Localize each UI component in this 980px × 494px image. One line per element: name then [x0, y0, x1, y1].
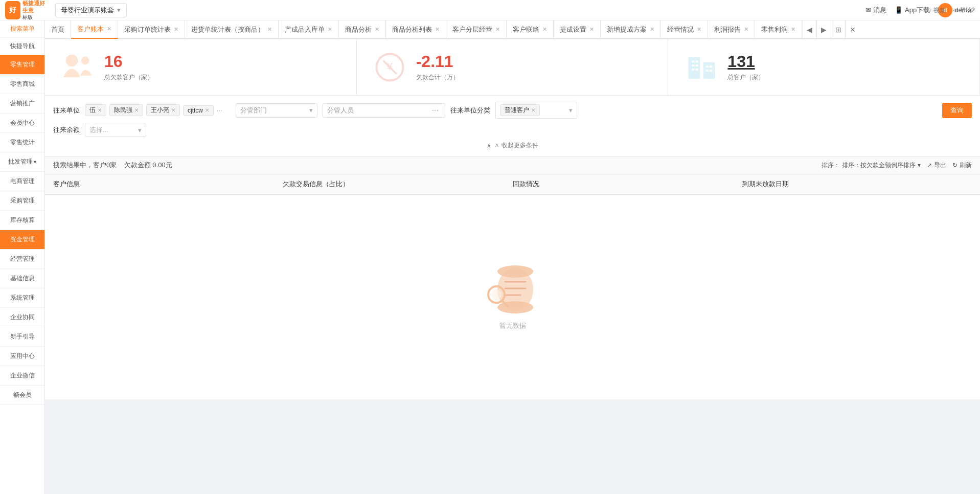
person-select[interactable]: 分管人员 ···	[323, 103, 445, 118]
dept-select[interactable]: 分管部门 ▾	[236, 103, 317, 118]
app-download-btn[interactable]: 📱 App下载	[895, 6, 930, 15]
tag-close-wu[interactable]: ✕	[98, 107, 102, 113]
tab-close-product-analysis-list[interactable]: ✕	[435, 26, 440, 33]
tab-commission-settings[interactable]: 提成设置 ✕	[554, 20, 601, 39]
quick-nav[interactable]: 快捷导航	[0, 38, 44, 55]
sidebar-item-retail-mgmt[interactable]: 零售管理	[0, 55, 44, 75]
sidebar-item-retail-mall[interactable]: 零售商城	[0, 75, 44, 94]
tab-profit-report[interactable]: 利润报告 ✕	[708, 20, 755, 39]
tab-customer-segment[interactable]: 客户分层经营 ✕	[446, 20, 507, 39]
tab-retail-profit[interactable]: 零售利润 ✕	[755, 20, 802, 39]
account-selector[interactable]: 母婴行业演示账套 ▾	[55, 3, 127, 17]
tab-product-inbound[interactable]: 产成品入库单 ✕	[279, 20, 339, 39]
sidebar-item-marketing[interactable]: 营销推广	[0, 94, 44, 114]
tab-business-overview[interactable]: 经营情况 ✕	[661, 20, 708, 39]
tab-close-product-inbound[interactable]: ✕	[328, 26, 332, 33]
sidebar-item-ecommerce[interactable]: 电商管理	[0, 172, 44, 191]
category-select[interactable]: 普通客户 ✕ ▾	[495, 102, 577, 119]
category-arrow: ▾	[569, 106, 573, 114]
svg-rect-14	[710, 65, 712, 68]
sidebar-item-basic-info[interactable]: 基础信息	[0, 269, 44, 288]
tab-close-inbound-stats[interactable]: ✕	[267, 26, 272, 33]
tab-close-purchase-stats[interactable]: ✕	[174, 26, 178, 33]
tab-close-retail-profit[interactable]: ✕	[791, 26, 795, 33]
sidebar-item-operation[interactable]: 经营管理	[0, 250, 44, 269]
debt-icon: ¥	[372, 49, 408, 85]
sidebar: 搜索菜单 快捷导航 零售管理 零售商城 营销推广 会员中心 零售统计 批发管理▾…	[0, 20, 45, 494]
collapse-btn[interactable]: ∧ ∧ 收起更多条件	[487, 141, 538, 150]
top-bar: 好 畅捷通好生意 标版 母婴行业演示账套 ▾ ✉ 消息 📱 App下载 d de…	[0, 0, 980, 20]
stat-card-customers: 16 总欠款客户（家）	[45, 39, 357, 95]
sidebar-item-system[interactable]: 系统管理	[0, 288, 44, 308]
tab-close-all-btn[interactable]: ✕	[845, 20, 859, 39]
tab-inbound-stats[interactable]: 进货单统计表（按商品） ✕	[185, 20, 279, 39]
sidebar-item-member-center[interactable]: 会员中心	[0, 114, 44, 133]
tab-close-customer-segment[interactable]: ✕	[495, 26, 500, 33]
tab-purchase-stats[interactable]: 采购订单统计表 ✕	[118, 20, 185, 39]
tab-customer-ledger[interactable]: 客户账本 ✕	[71, 20, 118, 39]
sidebar-item-wechat[interactable]: 企业微信	[0, 366, 44, 386]
customers-icon	[60, 49, 96, 85]
total-customers-info: 131 总客户（家）	[727, 52, 764, 82]
logo-text: 畅捷通好生意 标版	[22, 0, 50, 20]
balance-select[interactable]: 选择... ▾	[85, 123, 146, 137]
search-menu[interactable]: 搜索菜单	[0, 20, 44, 38]
svg-rect-5	[688, 57, 700, 79]
data-table: 客户信息 欠款交易信息（占比） 回款情况 到期未放款日期	[45, 174, 980, 399]
tab-close-profit-report[interactable]: ✕	[744, 26, 748, 33]
table-header: 客户信息 欠款交易信息（占比） 回款情况 到期未放款日期	[45, 174, 980, 195]
sidebar-item-finance[interactable]: 资金管理	[0, 230, 44, 250]
tab-customer-contact[interactable]: 客户联络 ✕	[507, 20, 554, 39]
tab-close-commission-settings[interactable]: ✕	[589, 26, 594, 33]
dept-arrow: ▾	[309, 106, 313, 114]
person-dots[interactable]: ···	[430, 106, 441, 115]
export-btn[interactable]: ↗ 导出	[927, 161, 946, 170]
logo-icon: 好	[5, 1, 20, 19]
tab-bar: 首页 客户账本 ✕ 采购订单统计表 ✕ 进货单统计表（按商品） ✕ 产成品入库单…	[45, 20, 980, 39]
tag-close-cjttcw[interactable]: ✕	[205, 107, 209, 113]
filter-row-1: 往来单位 伍 ✕ 陈民强 ✕ 王小亮	[53, 102, 972, 119]
tab-next-btn[interactable]: ▶	[816, 20, 831, 39]
tab-home[interactable]: 首页	[45, 20, 71, 39]
tab-expand-btn[interactable]: ⊞	[831, 20, 845, 39]
sidebar-item-member[interactable]: 畅会员	[0, 386, 44, 405]
refresh-icon: ↻	[952, 162, 958, 169]
filter-tag-wu: 伍 ✕	[85, 104, 106, 116]
query-button[interactable]: 查询	[942, 103, 972, 118]
sort-arrow: ▾	[918, 162, 921, 169]
debt-info: -2.11 欠款合计（万）	[416, 52, 459, 82]
customers-info: 16 总欠款客户（家）	[104, 52, 153, 82]
total-customers-value[interactable]: 131	[727, 52, 764, 71]
sidebar-item-app-center[interactable]: 应用中心	[0, 347, 44, 366]
tab-prev-btn[interactable]: ◀	[802, 20, 816, 39]
sidebar-item-wholesale[interactable]: 批发管理▾	[0, 152, 44, 172]
tab-close-customer-contact[interactable]: ✕	[542, 26, 547, 33]
total-customers-label: 总客户（家）	[727, 73, 764, 82]
result-text: 搜索结果中，客户0家 欠款金额 0.00元	[53, 161, 172, 170]
sidebar-item-retail-stats[interactable]: 零售统计	[0, 133, 44, 152]
svg-rect-16	[710, 70, 712, 72]
category-tag-normal: 普通客户 ✕	[500, 104, 540, 116]
tab-close-customer-ledger[interactable]: ✕	[107, 26, 111, 32]
tab-product-analysis-list[interactable]: 商品分析列表 ✕	[386, 20, 446, 39]
tab-close-business-overview[interactable]: ✕	[697, 26, 701, 33]
more-tags[interactable]: ···	[217, 106, 222, 114]
filter-label-balance: 往来余额	[53, 125, 80, 134]
sort-select[interactable]: 排序： 排序：按欠款金额倒序排序 ▾	[822, 161, 921, 170]
filter-label-unit: 往来单位	[53, 106, 80, 115]
sidebar-item-guide[interactable]: 新手引导	[0, 327, 44, 347]
message-btn[interactable]: ✉ 消息	[865, 6, 886, 15]
filter-area: 往来单位 伍 ✕ 陈民强 ✕ 王小亮	[45, 96, 980, 156]
sidebar-item-enterprise[interactable]: 企业协同	[0, 308, 44, 327]
sidebar-item-purchase[interactable]: 采购管理	[0, 191, 44, 211]
tag-close-wang[interactable]: ✕	[171, 107, 175, 113]
tab-close-add-commission[interactable]: ✕	[650, 26, 654, 33]
tab-close-product-analysis[interactable]: ✕	[375, 26, 379, 33]
tag-close-chen[interactable]: ✕	[134, 107, 139, 113]
sidebar-item-inventory[interactable]: 库存核算	[0, 211, 44, 230]
category-tag-close[interactable]: ✕	[531, 107, 535, 113]
tab-product-analysis[interactable]: 商品分析 ✕	[339, 20, 386, 39]
tab-add-commission[interactable]: 新增提成方案 ✕	[601, 20, 661, 39]
refresh-btn[interactable]: ↻ 刷新	[952, 161, 972, 170]
empty-state: 暂无数据	[482, 264, 543, 330]
